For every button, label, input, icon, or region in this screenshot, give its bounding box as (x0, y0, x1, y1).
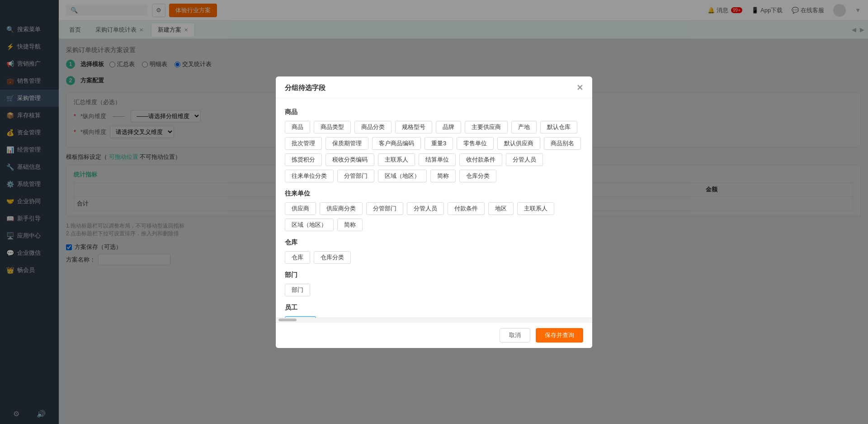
tag-partner-2[interactable]: 分管部门 (366, 202, 403, 215)
tag-group-partner: 供应商 供应商分类 分管部门 分管人员 付款条件 地区 主联系人 区域（地区） … (285, 202, 583, 231)
tag-partner-6[interactable]: 主联系人 (517, 202, 554, 215)
section-title-product: 商品 (285, 108, 583, 116)
dialog-header: 分组待选字段 ✕ (276, 76, 592, 98)
section-title-warehouse: 仓库 (285, 238, 583, 247)
section-title-partner: 往来单位 (285, 190, 583, 198)
dialog-close-button[interactable]: ✕ (576, 84, 583, 92)
tag-product-17[interactable]: 主联系人 (378, 153, 415, 166)
tag-product-12[interactable]: 零售单位 (457, 137, 494, 150)
tag-partner-3[interactable]: 分管人员 (407, 202, 444, 215)
tag-product-24[interactable]: 简称 (430, 170, 456, 182)
tag-product-14[interactable]: 商品别名 (544, 137, 581, 150)
tag-product-2[interactable]: 商品分类 (354, 121, 392, 133)
tag-partner-7[interactable]: 区域（地区） (285, 219, 334, 231)
dialog-body[interactable]: 商品 商品 商品类型 商品分类 规格型号 品牌 主要供应商 产地 默认仓库 批次… (276, 98, 592, 318)
tag-group-warehouse: 仓库 仓库分类 (285, 251, 583, 264)
tag-partner-8[interactable]: 简称 (337, 219, 363, 231)
tag-product-6[interactable]: 产地 (511, 121, 537, 133)
tag-warehouse-0[interactable]: 仓库 (285, 251, 310, 264)
tag-product-13[interactable]: 默认供应商 (497, 137, 540, 150)
tag-product-5[interactable]: 主要供应商 (465, 121, 508, 133)
tag-partner-1[interactable]: 供应商分类 (320, 202, 363, 215)
tag-product-15[interactable]: 拣货积分 (285, 153, 322, 166)
tag-product-10[interactable]: 客户商品编码 (372, 137, 421, 150)
tag-partner-5[interactable]: 地区 (488, 202, 514, 215)
tag-product-22[interactable]: 分管部门 (337, 170, 374, 182)
tag-product-25[interactable]: 仓库分类 (459, 170, 496, 182)
tag-product-9[interactable]: 保质期管理 (326, 137, 368, 150)
tag-product-18[interactable]: 结算单位 (419, 153, 456, 166)
tag-product-23[interactable]: 区域（地区） (378, 170, 427, 182)
tag-product-1[interactable]: 商品类型 (314, 121, 351, 133)
tag-warehouse-1[interactable]: 仓库分类 (314, 251, 351, 264)
tag-product-8[interactable]: 批次管理 (285, 137, 322, 150)
tag-product-19[interactable]: 收付款条件 (459, 153, 502, 166)
dialog-overlay: 分组待选字段 ✕ 商品 商品 商品类型 商品分类 规格型号 品牌 主要供应商 产… (0, 0, 868, 424)
tag-product-3[interactable]: 规格型号 (395, 121, 432, 133)
dialog-scrollbar-horizontal[interactable] (276, 318, 592, 322)
tag-product-21[interactable]: 往来单位分类 (285, 170, 334, 182)
dialog-title: 分组待选字段 (285, 84, 326, 92)
tag-partner-0[interactable]: 供应商 (285, 202, 316, 215)
field-select-dialog: 分组待选字段 ✕ 商品 商品 商品类型 商品分类 规格型号 品牌 主要供应商 产… (276, 76, 592, 348)
tag-product-0[interactable]: 商品 (285, 121, 310, 133)
section-title-dept: 部门 (285, 271, 583, 279)
confirm-button[interactable]: 保存并查询 (536, 328, 583, 343)
tag-product-20[interactable]: 分管人员 (506, 153, 543, 166)
tag-partner-4[interactable]: 付款条件 (448, 202, 485, 215)
tag-product-11[interactable]: 重量3 (425, 137, 453, 150)
tag-group-dept: 部门 (285, 284, 583, 296)
tag-group-product: 商品 商品类型 商品分类 规格型号 品牌 主要供应商 产地 默认仓库 批次管理 … (285, 121, 583, 182)
tag-dept-0[interactable]: 部门 (285, 284, 310, 296)
dialog-footer: 取消 保存并查询 (276, 322, 592, 348)
tag-product-7[interactable]: 默认仓库 (540, 121, 577, 133)
tag-product-4[interactable]: 品牌 (436, 121, 461, 133)
tag-product-16[interactable]: 税收分类编码 (326, 153, 374, 166)
section-title-staff: 员工 (285, 304, 583, 312)
cancel-button[interactable]: 取消 (500, 328, 530, 343)
